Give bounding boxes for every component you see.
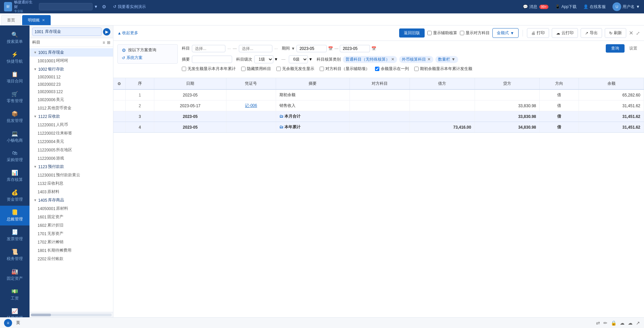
tree-item-14050001[interactable]: 14050001 原材料 bbox=[30, 204, 113, 213]
tag2-close-icon[interactable]: ✕ bbox=[427, 57, 431, 62]
checkbox-no-balance-show[interactable]: 无余额无发生显示 bbox=[276, 66, 314, 72]
tree-item-2202[interactable]: 2202 应付账款 bbox=[30, 255, 113, 263]
bottom-icon-5[interactable]: ☁ bbox=[628, 320, 633, 326]
checkbox-balance-one-col[interactable]: 余额显示在一列 bbox=[375, 66, 409, 72]
tree-item-10020001[interactable]: 10020001 12 bbox=[30, 73, 113, 81]
search-btn[interactable]: 查询 bbox=[606, 44, 625, 53]
account-selector[interactable]: 1001 库存现金 bbox=[32, 27, 102, 36]
tab-home[interactable]: 首页 bbox=[1, 15, 21, 25]
tree-item-10020006[interactable]: 10020006 美元 bbox=[30, 95, 113, 104]
sidebar-item-inventory[interactable]: 📊 库存核算 bbox=[0, 166, 30, 186]
bottom-icon-3[interactable]: 🔒 bbox=[611, 320, 616, 326]
tree-item-1801[interactable]: 1801 长期待摊费用 bbox=[30, 246, 113, 255]
system-scheme-label[interactable]: 系统方案 bbox=[126, 55, 143, 61]
expand-btn[interactable]: ⤢ bbox=[636, 30, 640, 36]
tree-item-1405[interactable]: ▼ 1405 库存商品 bbox=[30, 196, 113, 204]
user-menu[interactable]: U 用户名 ▼ bbox=[612, 2, 640, 11]
filter-settings-btn[interactable]: 设置 bbox=[627, 44, 640, 53]
sidebar-item-ops[interactable]: 📈 经营管理 bbox=[0, 305, 30, 317]
tree-item-10020003[interactable]: 10020003 122 bbox=[30, 88, 113, 95]
tree-item-1122[interactable]: ▼ 1122 应收款 bbox=[30, 112, 113, 121]
tree-item-10010001[interactable]: 10010001 呵呵呵 bbox=[30, 57, 113, 65]
tab-close-icon[interactable]: ✕ bbox=[42, 18, 45, 22]
show-aux-checkbox[interactable]: 显示辅助核算 bbox=[427, 30, 457, 36]
message-btn[interactable]: 💬 消息 99+ bbox=[523, 4, 548, 10]
sidebar-item-quick-nav[interactable]: ⚡ 快捷导航 bbox=[0, 48, 30, 68]
tree-item-1403[interactable]: 1403 原材料 bbox=[30, 188, 113, 196]
checkbox-opposite-subject[interactable]: 对方科目（显示辅助项） bbox=[320, 66, 370, 72]
tree-item-11220006[interactable]: 11220006 游戏 bbox=[30, 154, 113, 162]
cloud-print-btn[interactable]: ☁ 云打印 bbox=[552, 28, 578, 38]
more-btn[interactable]: ▲ 收起更多 bbox=[117, 30, 138, 36]
period-calendar-icon[interactable]: 📅 bbox=[328, 46, 333, 51]
sidebar-item-ecomm[interactable]: 💻 小畅电商 bbox=[0, 127, 30, 147]
app-download-btn[interactable]: 📱 App下载 bbox=[555, 4, 577, 10]
bottom-icon-6[interactable]: ↗ bbox=[636, 320, 640, 326]
col-settings[interactable]: ⚙ bbox=[113, 78, 125, 89]
tree-item-11220004[interactable]: 11220004 美元 bbox=[30, 137, 113, 146]
tag1-close-icon[interactable]: ✕ bbox=[391, 57, 394, 62]
sidebar-item-project-contract[interactable]: 📋 项目合同 bbox=[0, 68, 30, 87]
checkbox-no-balance[interactable]: 无发生额显示本月本年累计 bbox=[182, 66, 236, 72]
lang-toggle[interactable]: 英 bbox=[16, 320, 20, 326]
tree-item-1602[interactable]: 1602 累计折旧 bbox=[30, 221, 113, 229]
subject-input-to[interactable] bbox=[239, 45, 272, 52]
period-to-input[interactable] bbox=[340, 45, 370, 52]
sidebar-item-search-menu[interactable]: 🔍 搜索菜单 bbox=[0, 28, 30, 48]
tree-item-11230001[interactable]: 11230001 预付款款黄云 bbox=[30, 171, 113, 179]
bottom-icon-2[interactable]: ✏ bbox=[603, 320, 607, 326]
bottom-primary-btn[interactable]: ≡ bbox=[4, 319, 12, 327]
sidebar-item-fund[interactable]: 💰 资金管理 bbox=[0, 186, 30, 206]
return-old-btn[interactable]: 返回旧版 bbox=[399, 28, 425, 38]
topbar-dropdown-icon[interactable]: ▼ bbox=[94, 4, 98, 9]
quantity-tag-close-icon[interactable]: ▼ bbox=[451, 57, 455, 62]
tree-icon-list[interactable]: ≡ bbox=[103, 40, 105, 45]
refresh-btn[interactable]: ↻ 刷新 bbox=[605, 28, 626, 38]
tree-item-11220001[interactable]: 11220001 人民币 bbox=[30, 121, 113, 129]
sidebar-item-retail[interactable]: 🛒 零售管理 bbox=[0, 87, 30, 107]
demo-link[interactable]: ↺ 我要看实例演示 bbox=[113, 4, 146, 10]
voucher-link[interactable]: 记-006 bbox=[245, 103, 257, 108]
topbar-settings-icon[interactable]: ⚙ bbox=[102, 4, 106, 9]
tree-item-11220005[interactable]: 11220005 所在地区 bbox=[30, 146, 113, 154]
bottom-icon-4[interactable]: ☁ bbox=[620, 320, 625, 326]
topbar-search-input[interactable] bbox=[39, 3, 93, 10]
period-from-input[interactable] bbox=[297, 45, 327, 52]
sidebar-item-general-ledger[interactable]: 📒 总账管理 bbox=[0, 206, 30, 225]
tree-item-1601[interactable]: 1601 固定资产 bbox=[30, 213, 113, 221]
online-service-btn[interactable]: 👤 在线客服 bbox=[583, 4, 606, 10]
tree-item-1702[interactable]: 1702 累计摊销 bbox=[30, 238, 113, 246]
sidebar-item-invoice[interactable]: 🧾 发票管理 bbox=[0, 225, 30, 245]
checkbox-opening-balance[interactable]: 期初余额显示本年累计发生额 bbox=[414, 66, 472, 72]
tree-item-1002[interactable]: ▼ 1002 银行存款 bbox=[30, 65, 113, 73]
tree-icon-expand[interactable]: ⊞ bbox=[107, 40, 110, 45]
tree-item-1132[interactable]: 1132 应收利息 bbox=[30, 179, 113, 188]
tree-item-1012[interactable]: 1012 其他货币资金 bbox=[30, 104, 113, 112]
sidebar-item-wholesale[interactable]: 📦 批发管理 bbox=[0, 107, 30, 127]
tree-item-11220002[interactable]: 11220002 往来标签 bbox=[30, 129, 113, 137]
sidebar-item-purchase[interactable]: 🛍 采购管理 bbox=[0, 147, 30, 166]
amount-format-btn[interactable]: 金额式 ▼ bbox=[492, 28, 519, 38]
collapse-icon: ▼ bbox=[34, 51, 37, 54]
sidebar-item-fixed-assets[interactable]: 🏭 固定资产 bbox=[0, 265, 30, 285]
show-opposite-checkbox[interactable]: 显示对方科目 bbox=[460, 30, 490, 36]
account-nav-btn[interactable]: ▶ bbox=[103, 28, 110, 36]
tree-item-1001[interactable]: ▼ 1001 库存现金 bbox=[30, 48, 113, 57]
print-btn[interactable]: 🖨 打印 bbox=[527, 28, 549, 38]
tree-item-1123[interactable]: ▼ 1123 预付款款 bbox=[30, 162, 113, 171]
tab-detail[interactable]: 明细账 ✕ bbox=[22, 15, 51, 25]
subject-input[interactable] bbox=[192, 45, 225, 52]
tree-item-10020002[interactable]: 10020002 23 bbox=[30, 81, 113, 88]
horizontal-scrollbar[interactable] bbox=[31, 314, 112, 316]
checkbox-hide-disabled[interactable]: 隐藏禁用科目 bbox=[241, 66, 271, 72]
subject-level-to-select[interactable]: 6级1级 bbox=[289, 55, 308, 63]
close-btn[interactable]: ✕ bbox=[629, 30, 633, 36]
tree-item-1701[interactable]: 1701 无形资产 bbox=[30, 229, 113, 238]
summary-input[interactable] bbox=[192, 56, 232, 63]
subject-level-from-select[interactable]: 1级2级3级 bbox=[254, 55, 273, 63]
sidebar-item-salary[interactable]: 💵 工资 bbox=[0, 285, 30, 305]
export-btn[interactable]: ↗ 导出 bbox=[581, 28, 602, 38]
period-calendar2-icon[interactable]: 📅 bbox=[371, 46, 376, 51]
bottom-icon-1[interactable]: ⇄ bbox=[596, 320, 600, 326]
sidebar-item-tax[interactable]: 📜 税务管理 bbox=[0, 245, 30, 265]
